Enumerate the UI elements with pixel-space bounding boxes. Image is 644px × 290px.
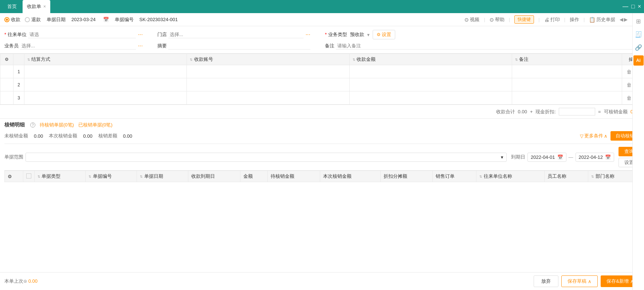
- radio-receipt-dot: [4, 17, 9, 22]
- counterpart-dots-icon[interactable]: ···: [138, 32, 143, 38]
- operations-label: 操作: [570, 16, 579, 23]
- row-3-account[interactable]: [187, 91, 349, 105]
- print-label: 打印: [550, 16, 560, 23]
- help-btn[interactable]: ⊙ 帮助: [490, 16, 504, 23]
- filter-icon: ▽: [580, 133, 584, 139]
- operations-btn[interactable]: 操作: [570, 16, 579, 23]
- note-label: 备注: [325, 43, 334, 49]
- business-type-dropdown[interactable]: 预收款 ▾: [350, 31, 370, 38]
- bottom-table-area: ⚙ ⇅ 单据类型 ⇅ 单据编号 ⇅: [4, 171, 640, 272]
- counterpart-input[interactable]: [28, 31, 136, 38]
- note-col-label: 备注: [519, 56, 529, 62]
- table-note-col: ⇅ 备注: [512, 54, 622, 65]
- due-date-filter: 到期日 2022-04-01 📅 — 2022-04-12 📅: [511, 153, 614, 162]
- salesperson-dots-icon[interactable]: ···: [138, 43, 143, 49]
- verify-tab-completed[interactable]: 已核销单据(0笔): [78, 122, 113, 128]
- verify-info-icon[interactable]: ?: [30, 122, 35, 128]
- save-draft-btn[interactable]: 保存草稿 ∧: [561, 275, 598, 287]
- counterpart-field: 往来单位 ···: [4, 31, 143, 38]
- verify-tab-pending[interactable]: 待核销单据(0笔): [40, 122, 74, 128]
- btable-gear-col[interactable]: ⚙: [5, 171, 23, 182]
- row-1-amount[interactable]: [349, 65, 512, 78]
- window-close-btn[interactable]: ×: [638, 3, 641, 10]
- form-row-2: 业务员 ··· 摘要 备注: [4, 42, 640, 50]
- nav-next-icon[interactable]: ▶: [624, 17, 628, 22]
- counterpart-label: 往来单位: [4, 31, 27, 38]
- abandon-btn[interactable]: 放弃: [534, 275, 558, 287]
- row-2-delete-icon[interactable]: 🗑: [627, 82, 632, 88]
- receipt-type-radio-group: 收款 退款: [4, 16, 41, 23]
- row-num-2: 2: [13, 78, 24, 91]
- range-select[interactable]: ▾: [25, 153, 507, 162]
- toolbar-right: ⊙ 视频 | ⊙ 帮助 | 快捷键 | 🖨 打印 | 操作 | 📋 历史单据: [464, 15, 640, 24]
- row-2-note[interactable]: [512, 78, 622, 91]
- row-3-delete-icon[interactable]: 🗑: [627, 95, 632, 101]
- discount-label: 现金折扣:: [535, 109, 556, 115]
- row-3-note[interactable]: [512, 91, 622, 105]
- row-2-account[interactable]: [187, 78, 349, 91]
- table-account-col: ⇅ 收款账号: [187, 54, 349, 65]
- due-date-label: 到期日: [511, 154, 525, 160]
- row-1-settlement[interactable]: [24, 65, 187, 78]
- tab-close-icon[interactable]: ×: [43, 4, 46, 9]
- radio-refund[interactable]: 退款: [25, 16, 41, 23]
- row-2-amount[interactable]: [349, 78, 512, 91]
- row-2-settlement[interactable]: [24, 78, 187, 91]
- tab-current[interactable]: 收款单 ×: [23, 0, 50, 13]
- row-1-note[interactable]: [512, 65, 622, 78]
- shortcut-btn[interactable]: 快捷键: [514, 15, 534, 24]
- salesperson-label: 业务员: [4, 43, 19, 49]
- video-btn[interactable]: ⊙ 视频: [464, 16, 479, 23]
- store-dots-icon[interactable]: ···: [306, 32, 310, 38]
- print-btn[interactable]: 🖨 打印: [544, 16, 560, 23]
- date-to-input[interactable]: 2022-04-12 📅: [576, 153, 614, 162]
- verifiable-label: 可核销金额: [604, 109, 628, 115]
- btable-check-all[interactable]: [26, 173, 31, 179]
- bottom-footer: 本单上次⊙ 0.00 放弃 保存草稿 ∧ 保存&新增 ∧: [0, 272, 644, 290]
- business-type-arrow-icon: ▾: [367, 32, 370, 38]
- tab-current-label: 收款单: [27, 3, 41, 10]
- btable-discount-col: 折扣分摊额: [380, 171, 432, 182]
- sidebar-receipt-icon[interactable]: 🧾: [633, 29, 644, 39]
- form-settings-btn[interactable]: ⚙ 设置: [373, 30, 395, 39]
- main-table: ⚙ ⇅ 结算方式 ⇅ 收款账号 ⇅ 收款金额 ⇅: [0, 54, 644, 105]
- main-table-area: ⚙ ⇅ 结算方式 ⇅ 收款账号 ⇅ 收款金额 ⇅: [0, 54, 644, 105]
- history-label: 历史单据: [596, 16, 615, 23]
- equals-sign: =: [598, 109, 601, 114]
- btable-pending-label: 待核销金额: [271, 173, 294, 179]
- row-1-account[interactable]: [187, 65, 349, 78]
- verify-header: 核销明细 ? 待核销单据(0笔) 已核销单据(0笔): [4, 122, 640, 128]
- table-settlement-col: ⇅ 结算方式: [24, 54, 187, 65]
- more-conditions-btn[interactable]: ▽ 更多条件 ∧: [580, 133, 608, 139]
- btable-thisverify-col: 本次核销金额: [320, 171, 380, 182]
- sidebar-table-icon[interactable]: ⊞: [633, 16, 644, 26]
- total-row: 收款合计 0.00 + 现金折扣: = 可核销金额 0.00: [0, 105, 644, 119]
- summary-input[interactable]: [168, 42, 310, 50]
- business-type-field: 业务类型 预收款 ▾ ⚙ 设置: [325, 30, 395, 39]
- collection-sum-label: 收款合计: [496, 109, 515, 115]
- bill-number-value: SK-20230324-001: [140, 17, 178, 22]
- btable-duedate-label: 收款到期日: [191, 173, 215, 179]
- filter-row: 单据范围 ▾ 到期日 2022-04-01 📅 — 2022-04-12 📅: [4, 144, 640, 171]
- store-input[interactable]: [168, 31, 303, 38]
- sidebar-camera-icon[interactable]: Ai: [633, 55, 644, 66]
- date-calendar-icon[interactable]: 📅: [103, 17, 109, 22]
- window-maximize-btn[interactable]: □: [631, 3, 635, 10]
- note-input[interactable]: [336, 42, 640, 50]
- row-3-settlement[interactable]: [24, 91, 187, 105]
- btable-amount-label: 金额: [243, 173, 253, 179]
- radio-receipt[interactable]: 收款: [4, 16, 20, 23]
- row-1-delete-icon[interactable]: 🗑: [627, 69, 632, 75]
- discount-input[interactable]: [559, 108, 595, 115]
- history-btn[interactable]: 📋 历史单据: [589, 16, 615, 23]
- salesperson-input[interactable]: [20, 42, 136, 50]
- nav-prev-icon[interactable]: ◀: [620, 17, 623, 22]
- btable-billno-label: 单据编号: [93, 173, 112, 179]
- sidebar-link-icon[interactable]: 🔗: [633, 42, 644, 52]
- window-minimize-btn[interactable]: —: [623, 3, 628, 10]
- row-3-amount[interactable]: [349, 91, 512, 105]
- table-gear-col[interactable]: ⚙: [0, 54, 13, 65]
- divider2: |: [509, 17, 510, 22]
- date-from-input[interactable]: 2022-04-01 📅: [527, 153, 566, 162]
- tab-home[interactable]: 首页: [3, 0, 21, 13]
